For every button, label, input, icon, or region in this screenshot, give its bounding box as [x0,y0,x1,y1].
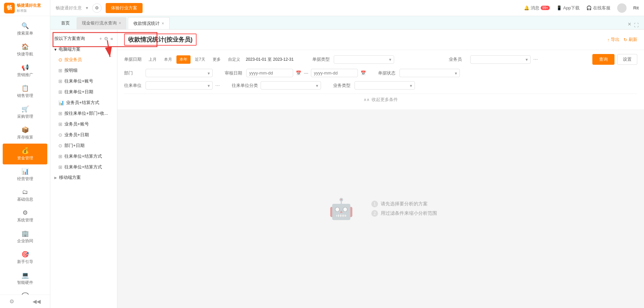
menu-item-salesman-settlement[interactable]: 📊 业务员+结算方式 [50,97,117,108]
date-tab-this-month[interactable]: 本月 [161,55,175,64]
sidebar-item-inventory[interactable]: 📦 库存核算 [0,123,50,144]
date-end: 2023-12-31 [273,57,293,62]
tab-bank-label: 现金银行流水查询 [82,20,117,26]
collapse-bar[interactable]: ∧∧ 收起更多条件 [124,94,637,105]
guide-icon: 🎯 [21,251,29,258]
basic-icon: 🗂 [22,189,28,196]
dept-date-icon: ⊙ [58,143,62,148]
menu-item-by-salesman[interactable]: ⊙ 按业务员 [50,54,117,65]
salesman-more-icon[interactable]: ··· [533,56,538,62]
sidebar-item-purchase[interactable]: 🛒 采购管理 [0,102,50,123]
sidebar-item-finance[interactable]: 💰 资金管理 [3,144,47,164]
calendar-start-icon[interactable]: 📅 [296,70,301,75]
export-button[interactable]: ↑ 导出 [607,37,620,43]
notification-action[interactable]: 🔔 消息 99+ [524,5,550,11]
logo-icon: 畅 [4,3,15,13]
cust-acct-icon: ⊞ [58,79,62,84]
tab-receipt[interactable]: 收款情况统计 × [128,17,170,29]
date-tab-custom[interactable]: 自定义 [225,55,243,64]
salesman-filter: 业务员 ··· [449,55,538,64]
sidebar-item-search[interactable]: 🔍 搜索菜单 [0,19,50,40]
customer-select[interactable] [146,81,213,90]
sidebar-item-guide[interactable]: 🎯 新手引导 [0,247,50,268]
sidebar-item-system[interactable]: ⚙ 系统管理 [0,206,50,226]
operation-icon: 📊 [21,168,29,175]
query-button[interactable]: 查询 [592,54,614,65]
menu-item-label: 业务员+日期 [64,132,89,138]
collapse-panel-icon[interactable]: « [110,36,113,41]
customer-category-filter: 往来单位分类 [232,81,321,90]
menu-item-customer-account[interactable]: ⊞ 往来单位+账号 [50,76,117,87]
date-tab-more[interactable]: 更多 [210,55,224,64]
home-icon: 🏠 [21,43,29,50]
menu-item-label: 往来单位+日期 [64,89,93,95]
menu-item-label: 往来单位+账号 [64,78,93,84]
date-tab-this-year[interactable]: 本年 [176,55,191,64]
tab-bank-close-icon[interactable]: × [119,21,121,25]
refresh-button[interactable]: ↻ 刷新 [624,37,637,43]
review-date-start-input[interactable] [246,69,293,77]
sidebar-item-label: 基础信息 [17,197,33,202]
sidebar-item-wechat[interactable]: 💬 企业微信 [0,289,50,295]
sidebar-item-label: 经营管理 [17,176,33,182]
refresh-label: 刷新 [629,37,637,43]
review-date-filter: 审核日期 📅 — 📅 [225,69,366,77]
sidebar-item-operation[interactable]: 📊 经营管理 [0,164,50,185]
menu-item-by-detail[interactable]: ⊞ 按明细 [50,65,117,76]
sidebar-item-quicknav[interactable]: 🏠 快捷导航 [0,40,50,60]
export-icon: ↑ [607,37,610,42]
dept-select[interactable] [146,69,213,77]
desktop-section-title[interactable]: ▾ 电脑端方案 [50,44,117,54]
menu-item-customer-dept[interactable]: ⊞ 按往来单位+部门+收... [50,108,117,119]
logo-name: 畅捷通好生意 [17,3,41,8]
cust-settle2-icon: ⊞ [58,164,62,170]
online-service-action[interactable]: 🎧 在线客服 [586,5,610,11]
trial-button[interactable]: 体验行业方案 [106,3,143,13]
tab-bank[interactable]: 现金银行流水查询 × [76,17,126,29]
menu-item-salesman-date[interactable]: ⊙ 业务员+日期 [50,130,117,140]
date-tab-last-month[interactable]: 上月 [146,55,160,64]
salesman-select[interactable] [470,55,531,64]
scheme-settings-icon[interactable]: ⚙ [104,36,108,41]
doc-status-select[interactable] [399,69,460,77]
user-avatar[interactable] [617,3,627,13]
header-settings-icon[interactable]: ⚙ [92,3,102,13]
mobile-section-title[interactable]: ▶ 移动端方案 [50,172,117,183]
dropdown-icon[interactable]: ▾ [86,5,88,10]
tab-home[interactable]: 首页 [56,17,75,29]
filter-settings-button[interactable]: 设置 [617,54,637,65]
calendar-end-icon[interactable]: 📅 [361,70,366,75]
close-window-icon[interactable]: × [628,21,631,29]
filter-area: 单据日期 上月 本月 本年 近7天 更多 自定义 2023-01-01 [117,50,644,109]
customer-more-icon[interactable]: ··· [215,83,220,89]
customer-category-select-wrapper [261,81,321,90]
doc-type-select[interactable] [334,55,394,64]
sidebar-item-hardware[interactable]: 💻 智能硬件 [0,268,50,289]
menu-item-label: 往来单位+结算方式 [64,164,102,170]
menu-item-label: 业务员+账号 [64,121,89,127]
sidebar-item-basic[interactable]: 🗂 基础信息 [0,185,50,206]
menu-item-cust-settle2[interactable]: ⊞ 往来单位+结算方式 [50,162,117,172]
review-date-end-input[interactable] [311,69,358,77]
sidebar-item-marketing[interactable]: 📢 营销推广 [0,60,50,81]
detail-item-icon: ⊞ [58,68,62,73]
menu-item-customer-date[interactable]: ⊞ 往来单位+日期 [50,87,117,97]
collapse-sidebar-icon[interactable]: ◀◀ [33,298,41,305]
page-header-actions: ↑ 导出 ↻ 刷新 [607,37,638,43]
add-scheme-icon[interactable]: + [99,36,102,41]
sidebar-item-sales[interactable]: 📋 销售管理 [0,81,50,102]
customer-category-select[interactable] [261,81,321,90]
menu-item-dept-date[interactable]: ⊙ 部门+日期 [50,140,117,151]
maximize-icon[interactable]: ⛶ [634,22,639,29]
menu-item-salesman-account[interactable]: ⊞ 业务员+账号 [50,119,117,130]
app-download-action[interactable]: 📱 App下载 [556,5,580,11]
biz-type-select-wrapper [355,81,415,90]
review-date-label: 审核日期 [225,70,244,76]
menu-item-cust-settle1[interactable]: ⊞ 往来单位+结算方式 [50,151,117,162]
salesman-item-icon: ⊙ [58,57,62,62]
settings-bottom-icon[interactable]: ⚙ [9,298,14,305]
tab-receipt-close-icon[interactable]: × [162,21,164,26]
biz-type-select[interactable] [355,81,415,90]
date-tab-last7days[interactable]: 近7天 [192,55,208,64]
sidebar-item-enterprise[interactable]: 🏢 企业协同 [0,226,50,247]
